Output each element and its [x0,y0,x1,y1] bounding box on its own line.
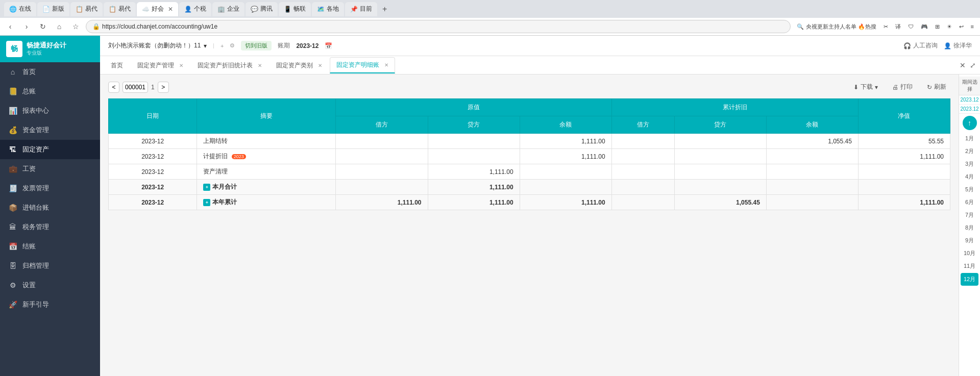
tab-fixed-mgmt[interactable]: 固定资产管理 ✕ [131,57,190,73]
browser-tab-yidai1[interactable]: 📋 易代 [70,2,103,16]
browser-tab-qiye[interactable]: 🏢 企业 [212,2,244,16]
browser-tab-gedi[interactable]: 🗺️ 各地 [312,2,344,16]
cell-orig-credit [428,149,520,164]
cell-dep-balance [766,149,858,164]
th-accumulated-dep: 累计折旧 [611,99,858,116]
sidebar-item-fixed-assets[interactable]: 🏗 固定资产 [0,140,100,159]
tab-label: 目前 [360,5,372,13]
month-10[interactable]: 10月 [959,247,980,260]
print-btn[interactable]: 🖨 打印 [888,81,917,93]
cell-summary: 资产清理 [197,164,336,180]
brightness-icon[interactable]: ☀ [945,22,954,31]
th-dep-debit: 借方 [611,116,674,134]
month-11[interactable]: 11月 [959,260,980,272]
month-3[interactable]: 3月 [959,158,980,170]
table-row: 2023-12 计提折旧 2023 1,111.00 1,111.00 [109,149,950,164]
home-nav-button[interactable]: ⌂ [53,20,65,33]
maximize-tab-btn[interactable]: ⤢ [970,61,976,69]
sidebar-item-funds[interactable]: 💰 资金管理 [0,120,100,140]
browser-tab-muqian[interactable]: 📌 目前 [345,2,377,16]
tab-close-icon[interactable]: ✕ [258,63,262,68]
browser-tab-haokuai[interactable]: ☁️ 好会 ✕ [137,2,178,16]
tab-fixed-detail[interactable]: 固定资产明细账 ✕ [330,57,395,73]
sidebar-item-closing[interactable]: 📅 结账 [0,237,100,256]
sidebar-item-ledger[interactable]: 📒 总账 [0,82,100,101]
menu-icon[interactable]: ≡ [969,22,976,31]
sidebar-item-label: 新手引导 [22,300,49,309]
sidebar-item-reports[interactable]: 📊 报表中心 [0,101,100,120]
browser-tab-yidai2[interactable]: 📋 易代 [104,2,136,16]
new-tab-button[interactable]: + [382,5,387,14]
browser-tab-tengxun[interactable]: 💬 腾讯 [246,2,278,16]
sidebar-item-guide[interactable]: 🚀 新手引导 [0,295,100,314]
bookmark-button[interactable]: ☆ [69,20,82,33]
tab-fixed-cat[interactable]: 固定资产类别 ✕ [270,57,329,73]
user-menu-btn[interactable]: 👤 徐泽华 [944,41,972,50]
th-summary: 摘要 [197,99,336,134]
sidebar-item-inventory[interactable]: 📦 进销台账 [0,198,100,217]
browser-tab-new[interactable]: 📄 新版 [37,2,69,16]
browser-tab-online[interactable]: 🌐 在线 [4,2,36,16]
url-input[interactable]: 🔒 https://cloud.chanjet.com/accounting/u… [86,20,791,33]
sidebar-item-label: 设置 [22,281,36,290]
sidebar-item-payroll[interactable]: 💼 工资 [0,159,100,179]
month-2[interactable]: 2月 [959,145,980,158]
undo-icon[interactable]: ↩ [957,22,966,31]
user-icon: 👤 [944,42,951,49]
month-8[interactable]: 8月 [959,221,980,234]
back-button[interactable]: ‹ [4,20,16,33]
grid-icon[interactable]: ⊞ [933,22,942,31]
cell-date: 2023-12 [109,180,197,195]
forward-button[interactable]: › [20,20,33,33]
page-nav: < 1 > [108,82,169,93]
scroll-up-btn[interactable]: ↑ [963,116,977,130]
prev-page-btn[interactable]: < [108,82,119,93]
payroll-icon: 💼 [8,164,17,173]
translate-icon[interactable]: 译 [893,22,903,32]
month-7[interactable]: 7月 [959,209,980,221]
month-5[interactable]: 5月 [959,183,980,196]
dropdown-arrow[interactable]: ▾ [204,42,207,49]
search-input[interactable]: 🔍 央视更新主持人名单 🔥热搜 [795,22,878,32]
close-tab-btn[interactable]: ✕ [960,61,966,69]
add-company-btn[interactable]: + [220,43,224,49]
download-btn[interactable]: ⬇ 下载 ▾ [849,81,882,93]
tab-close-icon[interactable]: ✕ [318,63,322,68]
month-1[interactable]: 1月 [959,132,980,145]
browser-tab-chang[interactable]: 📱 畅联 [279,2,311,16]
settings-icon-small[interactable]: ⚙ [230,42,235,49]
sidebar-item-tax[interactable]: 🏛 税务管理 [0,217,100,237]
tab-home[interactable]: 首页 [104,57,130,73]
shield-icon[interactable]: 🛡 [906,22,916,31]
cell-net-value: 55.55 [858,134,950,149]
next-page-btn[interactable]: > [158,82,169,93]
tab-close-icon[interactable]: ✕ [168,6,173,13]
ssl-icon: 🔒 [92,23,100,30]
game-icon[interactable]: 🎮 [919,22,930,31]
month-6[interactable]: 6月 [959,196,980,209]
month-9[interactable]: 9月 [959,234,980,247]
cell-date: 2023-12 [109,149,197,164]
support-btn[interactable]: 🎧 人工咨询 [903,41,938,50]
calendar-icon[interactable]: 📅 [325,42,332,49]
cell-orig-balance: 1,111.00 [520,134,611,149]
sidebar-item-archive[interactable]: 🗄 归档管理 [0,256,100,275]
month-12[interactable]: 12月 [961,273,978,286]
cell-net-value [858,164,950,180]
tab-close-icon[interactable]: ✕ [384,62,388,68]
sidebar-item-label: 工资 [22,164,36,173]
tab-fixed-dep-stat[interactable]: 固定资产折旧统计表 ✕ [191,57,268,73]
update-badge: 2023 [232,154,246,159]
sidebar-item-settings[interactable]: ⚙ 设置 [0,275,100,295]
sidebar-item-home[interactable]: ⌂ 首页 [0,62,100,82]
tab-close-icon[interactable]: ✕ [179,63,183,68]
page-input[interactable] [122,82,148,93]
reload-button[interactable]: ↻ [37,20,49,33]
refresh-btn[interactable]: ↻ 刷新 [923,81,950,93]
browser-tab-geshui[interactable]: 👤 个税 [179,2,211,16]
cell-dep-balance [766,195,858,210]
month-4[interactable]: 4月 [959,170,980,183]
sidebar-item-invoice[interactable]: 🧾 发票管理 [0,179,100,198]
switch-version-btn[interactable]: 切到旧版 [241,41,272,51]
scissors-icon[interactable]: ✂ [881,22,890,31]
